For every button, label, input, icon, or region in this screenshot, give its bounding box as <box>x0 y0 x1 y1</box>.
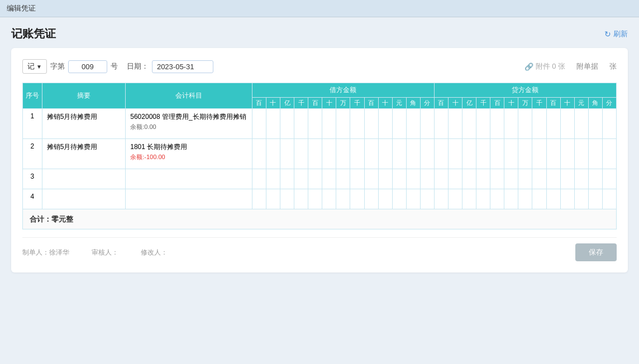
row-debit-d12[interactable] <box>406 169 420 189</box>
row-summary[interactable]: 摊销5月待摊费用 <box>42 109 126 139</box>
row-credit-d6[interactable] <box>504 189 518 209</box>
row-debit-d7[interactable] <box>336 169 350 189</box>
refresh-button[interactable]: ↻ 刷新 <box>604 29 628 39</box>
row-credit-d10[interactable] <box>560 109 574 139</box>
row-debit-d6[interactable] <box>322 189 336 209</box>
row-credit-d9[interactable] <box>546 109 560 139</box>
row-debit-d8[interactable] <box>350 139 364 169</box>
row-summary[interactable]: 摊销5月待摊费用 <box>42 139 126 169</box>
row-debit-d3[interactable] <box>280 139 294 169</box>
row-credit-d6[interactable] <box>504 139 518 169</box>
row-debit-d3[interactable] <box>280 109 294 139</box>
date-input[interactable] <box>152 60 213 73</box>
row-credit-d12[interactable] <box>588 169 602 189</box>
row-debit-d13[interactable] <box>420 189 434 209</box>
row-credit-d5[interactable] <box>490 109 504 139</box>
row-debit-d1[interactable] <box>252 189 266 209</box>
row-debit-d6[interactable] <box>322 169 336 189</box>
row-debit-d10[interactable] <box>378 139 392 169</box>
row-debit-d4[interactable] <box>294 109 308 139</box>
row-credit-d10[interactable] <box>560 169 574 189</box>
row-account[interactable] <box>126 189 252 209</box>
row-credit-d7[interactable] <box>518 109 532 139</box>
row-debit-d10[interactable] <box>378 169 392 189</box>
row-debit-d5[interactable] <box>308 189 322 209</box>
row-debit-d5[interactable] <box>308 139 322 169</box>
row-credit-d5[interactable] <box>490 189 504 209</box>
row-debit-d4[interactable] <box>294 189 308 209</box>
row-debit-d13[interactable] <box>420 169 434 189</box>
row-credit-d7[interactable] <box>518 189 532 209</box>
row-debit-d9[interactable] <box>364 169 378 189</box>
row-credit-d4[interactable] <box>476 169 490 189</box>
row-debit-d4[interactable] <box>294 139 308 169</box>
save-button[interactable]: 保存 <box>575 243 617 261</box>
row-debit-d9[interactable] <box>364 189 378 209</box>
row-debit-d7[interactable] <box>336 139 350 169</box>
row-credit-d6[interactable] <box>504 169 518 189</box>
row-credit-d3[interactable] <box>462 189 476 209</box>
row-credit-d2[interactable] <box>448 139 462 169</box>
row-credit-d2[interactable] <box>448 189 462 209</box>
row-account[interactable]: 56020008 管理费用_长期待摊费用摊销余额:0.00 <box>126 109 252 139</box>
row-credit-d13[interactable] <box>602 169 616 189</box>
row-debit-d8[interactable] <box>350 169 364 189</box>
row-debit-d9[interactable] <box>364 109 378 139</box>
row-debit-d6[interactable] <box>322 109 336 139</box>
row-debit-d10[interactable] <box>378 189 392 209</box>
row-credit-d1[interactable] <box>434 169 448 189</box>
row-credit-d8[interactable] <box>532 169 546 189</box>
row-credit-d11[interactable] <box>574 189 588 209</box>
row-debit-d5[interactable] <box>308 109 322 139</box>
row-debit-d2[interactable] <box>266 189 280 209</box>
row-credit-d8[interactable] <box>532 139 546 169</box>
row-credit-d4[interactable] <box>476 189 490 209</box>
row-debit-d5[interactable] <box>308 169 322 189</box>
row-credit-d5[interactable] <box>490 139 504 169</box>
row-debit-d2[interactable] <box>266 169 280 189</box>
row-debit-d11[interactable] <box>392 189 406 209</box>
row-credit-d12[interactable] <box>588 189 602 209</box>
row-credit-d1[interactable] <box>434 109 448 139</box>
row-credit-d12[interactable] <box>588 109 602 139</box>
row-credit-d5[interactable] <box>490 169 504 189</box>
row-debit-d7[interactable] <box>336 109 350 139</box>
row-debit-d13[interactable] <box>420 109 434 139</box>
row-credit-d2[interactable] <box>448 169 462 189</box>
row-debit-d8[interactable] <box>350 189 364 209</box>
row-summary[interactable] <box>42 169 126 189</box>
row-credit-d4[interactable] <box>476 139 490 169</box>
attachment-link[interactable]: 🔗 附件 0 张 <box>524 61 565 71</box>
row-credit-d8[interactable] <box>532 189 546 209</box>
row-debit-d3[interactable] <box>280 169 294 189</box>
row-debit-d11[interactable] <box>392 109 406 139</box>
row-debit-d1[interactable] <box>252 169 266 189</box>
row-summary[interactable] <box>42 189 126 209</box>
row-debit-d3[interactable] <box>280 189 294 209</box>
row-credit-d6[interactable] <box>504 109 518 139</box>
row-debit-d2[interactable] <box>266 109 280 139</box>
row-credit-d13[interactable] <box>602 139 616 169</box>
row-debit-d8[interactable] <box>350 109 364 139</box>
row-account[interactable] <box>126 169 252 189</box>
row-debit-d12[interactable] <box>406 189 420 209</box>
row-debit-d4[interactable] <box>294 169 308 189</box>
row-debit-d6[interactable] <box>322 139 336 169</box>
row-debit-d9[interactable] <box>364 139 378 169</box>
row-credit-d13[interactable] <box>602 109 616 139</box>
row-credit-d11[interactable] <box>574 109 588 139</box>
row-credit-d11[interactable] <box>574 169 588 189</box>
row-debit-d13[interactable] <box>420 139 434 169</box>
row-credit-d8[interactable] <box>532 109 546 139</box>
row-debit-d1[interactable] <box>252 139 266 169</box>
row-debit-d1[interactable] <box>252 109 266 139</box>
row-debit-d11[interactable] <box>392 169 406 189</box>
row-debit-d11[interactable] <box>392 139 406 169</box>
row-credit-d9[interactable] <box>546 169 560 189</box>
voucher-number-input[interactable] <box>68 60 107 73</box>
row-credit-d1[interactable] <box>434 139 448 169</box>
row-credit-d4[interactable] <box>476 109 490 139</box>
row-credit-d3[interactable] <box>462 169 476 189</box>
prefix-dropdown[interactable]: 记 ▼ <box>22 59 47 74</box>
row-credit-d3[interactable] <box>462 139 476 169</box>
